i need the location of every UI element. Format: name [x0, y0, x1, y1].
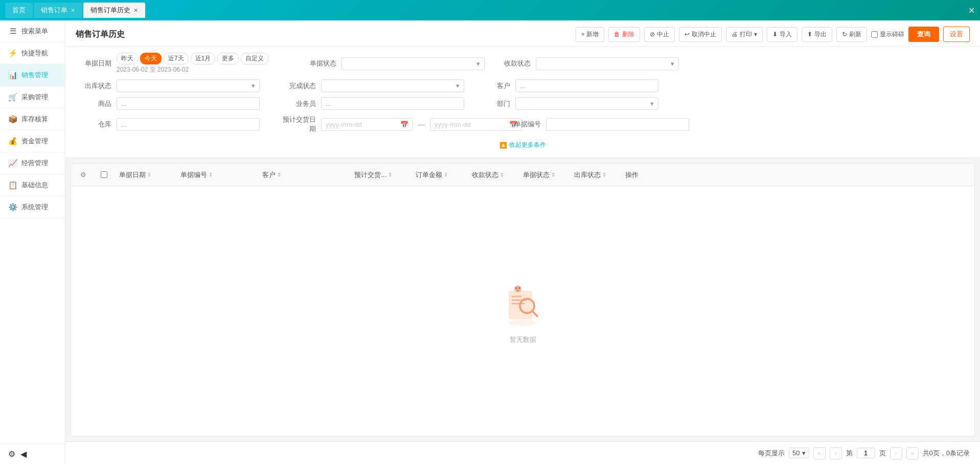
order-no-input[interactable]	[546, 118, 689, 131]
collapse-up-icon: 🔼	[499, 142, 507, 149]
complete-select[interactable]: ▾	[321, 79, 464, 92]
th-checkbox[interactable]	[97, 171, 115, 178]
th-amount[interactable]: 订单金额 ⇕	[412, 170, 468, 180]
th-customer[interactable]: 客户 ⇕	[258, 170, 350, 180]
customer-input[interactable]: ...	[515, 79, 658, 92]
first-page-btn[interactable]: «	[813, 447, 826, 459]
print-button[interactable]: 🖨 打印 ▾	[726, 27, 763, 42]
th-outbound-label: 出库状态	[574, 170, 601, 180]
stop-button-label: 中止	[657, 30, 669, 39]
window-close-icon[interactable]: ✕	[968, 6, 975, 15]
warehouse-label: 仓库	[76, 120, 117, 129]
tab-sales-order[interactable]: 销售订单 ✕	[34, 3, 82, 18]
status-select[interactable]: ▾	[341, 57, 485, 70]
salesrep-input[interactable]: ...	[321, 97, 464, 110]
stop-icon: ⊘	[650, 31, 655, 38]
sidebar-item-inventory[interactable]: 📦 库存核算	[0, 108, 65, 130]
select-all-checkbox[interactable]	[101, 171, 107, 178]
th-delivery[interactable]: 预计交货... ⇕	[350, 170, 412, 180]
date-more[interactable]: 更多	[217, 53, 239, 64]
sales-mgmt-icon: 📊	[8, 71, 17, 80]
filter-row-4: 仓库 ... 预计交货日期 yyyy-mm-dd 📅 — yyyy-mm-dd …	[76, 115, 970, 134]
th-settings[interactable]: ⚙	[76, 171, 97, 179]
sidebar-item-sys-mgmt[interactable]: ⚙️ 系统管理	[0, 196, 65, 218]
sidebar-item-sales-mgmt[interactable]: 📊 销售管理	[0, 64, 65, 86]
payment-chevron: ▾	[671, 60, 674, 68]
sidebar-item-quick-nav[interactable]: ⚡ 快捷导航	[0, 42, 65, 64]
display-columns-label: 显示碍碍	[880, 30, 904, 39]
query-button[interactable]: 查询	[908, 27, 939, 42]
page-size-label: 每页显示	[758, 449, 785, 458]
tab-sales-order-history[interactable]: 销售订单历史 ✕	[83, 3, 145, 18]
inventory-icon: 📦	[8, 115, 17, 124]
th-no[interactable]: 单据编号 ⇕	[176, 170, 258, 180]
finance-icon: 💰	[8, 137, 17, 146]
new-button[interactable]: + 新增	[576, 27, 604, 42]
sidebar-item-basic-info[interactable]: 📋 基础信息	[0, 174, 65, 196]
th-date[interactable]: 单据日期 ⇕	[115, 170, 176, 180]
sidebar: ☰ 搜索菜单 ⚡ 快捷导航 📊 销售管理 🛒 采购管理 📦 库存核算 💰 资金管…	[0, 20, 65, 464]
tab-home[interactable]: 首页	[5, 3, 33, 18]
sidebar-item-finance[interactable]: 💰 资金管理	[0, 130, 65, 152]
page-size-select[interactable]: 50 ▾	[789, 448, 809, 458]
date-yesterday[interactable]: 昨天	[117, 53, 138, 64]
delete-button[interactable]: 🗑 删除	[608, 27, 640, 42]
status-chevron: ▾	[476, 60, 480, 68]
filter-panel: 单据日期 昨天 今天 近7天 近1月 更多 自定义 2023-06-02 至 2…	[65, 47, 980, 158]
sidebar-item-purchase-mgmt[interactable]: 🛒 采购管理	[0, 86, 65, 108]
outbound-chevron: ▾	[252, 82, 255, 90]
sidebar-collapse-icon[interactable]: ◀	[20, 449, 27, 459]
last-page-btn[interactable]: »	[906, 447, 919, 459]
tab-sales-order-close[interactable]: ✕	[71, 7, 75, 14]
settings-button[interactable]: 设置	[943, 27, 970, 42]
page-number-input[interactable]	[857, 448, 875, 458]
sidebar-item-search-menu[interactable]: ☰ 搜索菜单	[0, 20, 65, 42]
sys-mgmt-icon: ⚙️	[8, 203, 17, 212]
stop-button[interactable]: ⊘ 中止	[644, 27, 675, 42]
table-body: 暂无数据	[71, 186, 974, 436]
tab-history-close[interactable]: ✕	[133, 7, 138, 14]
print-icon: 🖨	[732, 31, 738, 38]
new-button-label: + 新增	[581, 30, 599, 39]
delivery-from-placeholder: yyyy-mm-dd	[326, 121, 362, 128]
display-columns-input[interactable]	[871, 31, 878, 38]
refresh-button[interactable]: ↻ 刷新	[836, 27, 867, 42]
customer-dots: ...	[520, 82, 526, 90]
th-status[interactable]: 单据状态 ⇕	[519, 170, 570, 180]
import-button[interactable]: ⬇ 导入	[767, 27, 797, 42]
export-button-label: 导出	[814, 30, 827, 39]
cancel-stop-button-label: 取消中止	[692, 30, 716, 39]
sidebar-settings-icon[interactable]: ⚙	[8, 449, 15, 459]
date-range-text: 2023-06-02 至 2023-06-02	[117, 65, 280, 74]
th-amount-label: 订单金额	[416, 170, 442, 180]
date-today[interactable]: 今天	[140, 53, 162, 64]
next-page-btn[interactable]: ›	[890, 447, 902, 459]
payment-label: 收款状态	[495, 59, 536, 68]
sidebar-label-finance: 资金管理	[21, 137, 48, 146]
settings-button-label: 设置	[950, 30, 963, 38]
prev-page-btn[interactable]: ‹	[830, 447, 842, 459]
date-1month[interactable]: 近1月	[191, 53, 216, 64]
th-outbound[interactable]: 出库状态 ⇕	[570, 170, 621, 180]
tab-sales-order-label: 销售订单	[41, 6, 67, 15]
product-dots: ...	[121, 100, 127, 107]
export-button[interactable]: ⬆ 导出	[802, 27, 832, 42]
date-7days[interactable]: 近7天	[164, 53, 189, 64]
empty-text: 暂无数据	[510, 335, 536, 344]
delivery-date-from[interactable]: yyyy-mm-dd 📅	[321, 118, 413, 131]
date-custom[interactable]: 自定义	[241, 53, 268, 64]
dept-select[interactable]: ▾	[515, 97, 658, 110]
th-payment[interactable]: 收款状态 ⇕	[468, 170, 519, 180]
sidebar-item-operations[interactable]: 📈 经营管理	[0, 152, 65, 174]
operations-icon: 📈	[8, 159, 17, 168]
product-input[interactable]: ...	[117, 97, 260, 110]
table-area: ⚙ 单据日期 ⇕ 单据编号 ⇕ 客户 ⇕ 预计交货...	[71, 163, 975, 436]
display-columns-checkbox[interactable]: 显示碍碍	[871, 30, 904, 39]
th-delivery-label: 预计交货...	[354, 170, 386, 180]
cancel-stop-button[interactable]: ↩ 取消中止	[679, 27, 722, 42]
collapse-more-btn[interactable]: 🔼 收起更多条件	[76, 139, 970, 151]
calendar-from-icon[interactable]: 📅	[400, 121, 408, 128]
payment-select[interactable]: ▾	[536, 57, 679, 70]
warehouse-input[interactable]: ...	[117, 118, 260, 131]
outbound-select[interactable]: ▾	[117, 79, 260, 92]
